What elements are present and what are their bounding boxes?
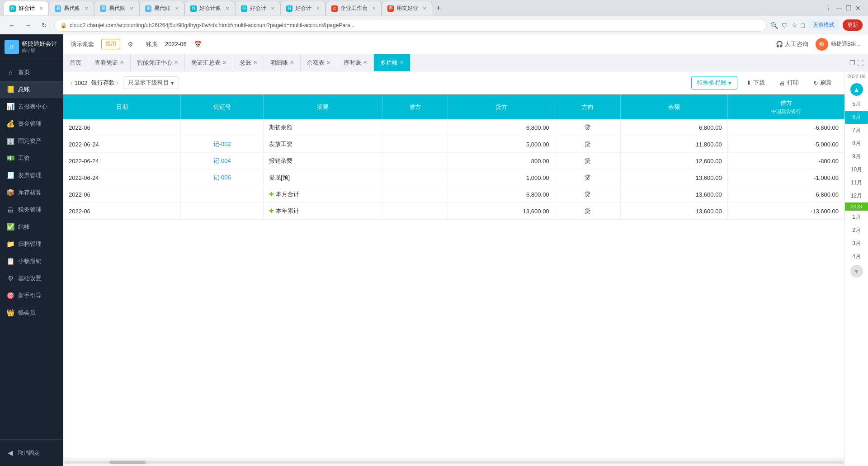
calendar-month-7[interactable]: 7月	[845, 124, 868, 137]
sidebar-item-tax[interactable]: 🏛 税务管理	[0, 201, 63, 218]
refresh-button[interactable]: ↻	[38, 19, 51, 32]
tab-label: 余额表	[307, 59, 325, 67]
prev-subject-button[interactable]: ‹	[71, 79, 73, 86]
calendar-month-6[interactable]: 6月	[845, 111, 868, 124]
calendar-month-11[interactable]: 11月	[845, 176, 868, 189]
consult-button[interactable]: 🎧 人工咨询	[776, 40, 808, 48]
sidebar-item-report[interactable]: 📊 云报表中心	[0, 98, 63, 115]
page-tab-voucher[interactable]: 查看凭证 ✕	[88, 54, 131, 71]
tab-close-icon[interactable]: ✕	[85, 6, 88, 11]
tab-collapse-button[interactable]: ❐ ⛶	[845, 59, 868, 66]
browser-tab-4[interactable]: 好 好会计账 ✕	[184, 1, 235, 15]
tab-close-icon[interactable]: ✕	[316, 6, 320, 11]
voucher-link[interactable]: 记-002	[213, 141, 231, 147]
tab-close-icon[interactable]: ✕	[39, 6, 43, 11]
page-tab-home[interactable]: 首页	[63, 54, 88, 71]
update-button[interactable]: 更新	[843, 19, 863, 31]
page-tab-detail[interactable]: 明细账 ✕	[264, 54, 301, 71]
horizontal-scrollbar-thumb[interactable]	[109, 461, 146, 464]
sidebar-item-archive[interactable]: 📁 归档管理	[0, 235, 63, 253]
tab-close-icon[interactable]: ✕	[120, 60, 124, 66]
sidebar-item-inventory[interactable]: 📦 库存核算	[0, 184, 63, 201]
print-button[interactable]: 🖨 打印	[774, 76, 804, 89]
voucher-link[interactable]: 记-006	[213, 174, 231, 181]
page-tab-multi[interactable]: 多栏账 ✕	[374, 54, 410, 71]
tab-close-icon[interactable]: ✕	[175, 6, 179, 11]
download-button[interactable]: ⬇ 下载	[741, 76, 770, 89]
bookmark-icon[interactable]: ☆	[792, 22, 797, 29]
next-subject-button[interactable]: ›	[117, 79, 119, 86]
tab-close-icon[interactable]: ✕	[400, 60, 404, 66]
sidebar-item-salary[interactable]: 💵 工资	[0, 150, 63, 167]
calendar-month-9[interactable]: 9月	[845, 150, 868, 163]
calendar-down-button[interactable]: ▼	[850, 265, 863, 278]
tab-close-icon[interactable]: ✕	[174, 60, 178, 66]
calendar-month-4[interactable]: 4月	[845, 250, 868, 263]
page-tab-balance[interactable]: 余额表 ✕	[301, 54, 337, 71]
calendar-month-2[interactable]: 2月	[845, 224, 868, 237]
extension-icon[interactable]: □	[801, 22, 805, 29]
new-tab-button[interactable]: +	[432, 2, 445, 14]
sidebar-item-member[interactable]: 👑 畅会员	[0, 304, 63, 321]
page-tab-general[interactable]: 总账 ✕	[233, 54, 264, 71]
sidebar-item-ledger[interactable]: 📒 总账	[0, 81, 63, 98]
filter-select[interactable]: 只显示下级科目 ▾	[123, 76, 179, 89]
calendar-month-8[interactable]: 8月	[845, 137, 868, 150]
back-button[interactable]: ←	[5, 19, 18, 32]
calendar-month-3[interactable]: 3月	[845, 237, 868, 250]
sidebar-item-fund[interactable]: 💰 资金管理	[0, 115, 63, 132]
sidebar-item-label: 发票管理	[18, 171, 42, 179]
restore-icon[interactable]: ❐	[846, 5, 852, 12]
sidebar-cancel-pin[interactable]: ◀ 取消固定	[0, 444, 63, 461]
sidebar-item-settings[interactable]: ⚙ 基础设置	[0, 270, 63, 287]
tab-close-icon[interactable]: ✕	[130, 6, 133, 11]
calendar-month-5[interactable]: 5月	[845, 98, 868, 111]
shield-icon[interactable]: 🛡	[782, 22, 788, 29]
browser-tab-1[interactable]: 易 易代账 ✕	[49, 1, 94, 15]
tab-close-icon[interactable]: ✕	[363, 60, 367, 66]
calendar-month-12[interactable]: 12月	[845, 189, 868, 202]
voucher-link[interactable]: 记-004	[213, 157, 231, 164]
sidebar-item-label: 小畅报销	[18, 257, 42, 265]
browser-tab-8[interactable]: C 企业工作台 ✕	[326, 1, 382, 15]
incognito-mode-button[interactable]: 无痕模式	[808, 19, 839, 31]
user-avatar[interactable]: 畅	[816, 38, 828, 51]
tab-close-icon[interactable]: ✕	[226, 6, 229, 11]
url-bar[interactable]: 🔒 cloud2.chanjet.com/accounting/uh26t264…	[54, 19, 767, 32]
calendar-up-button[interactable]: ▲	[850, 83, 863, 96]
tab-close-icon[interactable]: ✕	[326, 60, 330, 66]
tab-close-icon[interactable]: ✕	[290, 60, 294, 66]
sidebar-item-guide[interactable]: 🎯 新手引导	[0, 287, 63, 304]
browser-tab-3[interactable]: 易 易代账 ✕	[139, 1, 184, 15]
tab-close-icon[interactable]: ✕	[423, 6, 426, 11]
refresh-button[interactable]: ↻ 刷新	[808, 76, 837, 89]
page-tab-smart[interactable]: 智能凭证中心 ✕	[131, 54, 185, 71]
tab-close-icon[interactable]: ✕	[271, 6, 274, 11]
settings-gear-icon[interactable]: ⚙	[127, 41, 133, 48]
search-icon[interactable]: 🔍	[770, 22, 778, 29]
sidebar-item-expense[interactable]: 📋 小畅报销	[0, 253, 63, 270]
sidebar-item-home[interactable]: ⌂ 首页	[0, 64, 63, 81]
sidebar-item-close[interactable]: ✅ 结账	[0, 218, 63, 235]
calendar-month-10[interactable]: 10月	[845, 163, 868, 176]
calendar-icon[interactable]: 📅	[194, 41, 202, 48]
browser-tab-6[interactable]: 好 好会计 ✕	[235, 1, 280, 15]
page-tab-sequence[interactable]: 序时账 ✕	[337, 54, 374, 71]
browser-tab-9[interactable]: 用 用友好业 ✕	[382, 1, 432, 15]
tab-close-icon[interactable]: ✕	[372, 6, 376, 11]
forward-button[interactable]: →	[22, 19, 34, 32]
horizontal-scrollbar-track[interactable]	[64, 461, 844, 464]
calendar-month-1[interactable]: 1月	[845, 211, 868, 224]
browser-tab-7[interactable]: 好 好会计 ✕	[280, 1, 326, 15]
close-window-icon[interactable]: ✕	[855, 5, 861, 12]
tab-menu-icon[interactable]: ⋮	[825, 4, 832, 13]
sidebar-item-invoice[interactable]: 🧾 发票管理	[0, 167, 63, 184]
minimize-icon[interactable]: —	[836, 5, 842, 12]
browser-tab-active[interactable]: 好 好会计 ✕	[4, 1, 49, 15]
tab-close-icon[interactable]: ✕	[253, 60, 257, 66]
multi-ledger-button[interactable]: 特殊多栏账 ▾	[691, 76, 737, 89]
sidebar-item-asset[interactable]: 🏢 固定资产	[0, 132, 63, 150]
browser-tab-2[interactable]: 易 易代账 ✕	[94, 1, 139, 15]
page-tab-summary[interactable]: 凭证汇总表 ✕	[185, 54, 233, 71]
tab-close-icon[interactable]: ✕	[222, 60, 226, 66]
